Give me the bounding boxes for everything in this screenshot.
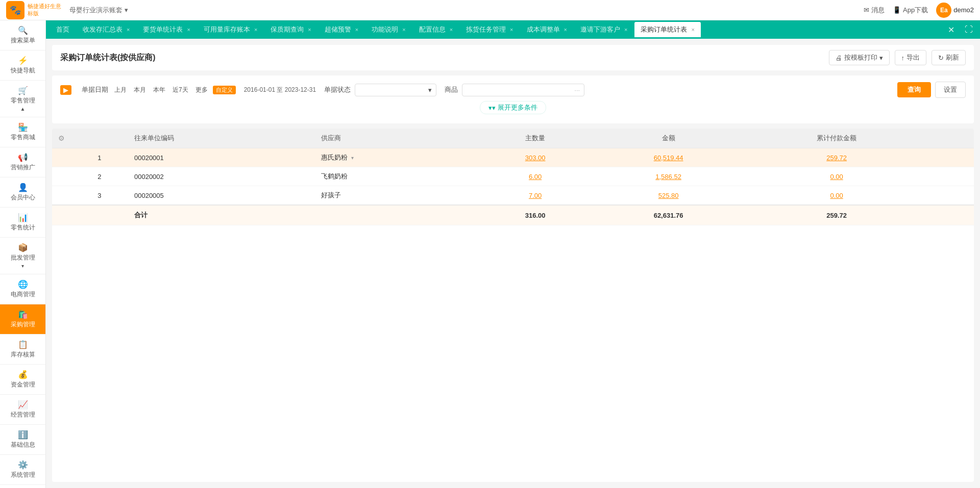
status-filter-item: 单据状态 ▾: [324, 84, 436, 96]
tab-cost-adjust[interactable]: 成本调整单 ×: [521, 22, 573, 37]
table-row[interactable]: 3 00020005 好孩子 7.00 525.80 0.00: [52, 186, 974, 206]
table-row[interactable]: 1 00020001 惠氏奶粉 ▾ 303.00 60,519.44 259.7…: [52, 148, 974, 167]
close-tab-expiry-query[interactable]: ×: [308, 27, 311, 33]
paid-amount-cell[interactable]: 0.00: [743, 186, 930, 206]
tab-function-desc[interactable]: 功能说明 ×: [365, 22, 411, 37]
amount-cell[interactable]: 60,519.44: [594, 148, 743, 167]
data-table: ⚙ 往来单位编码 供应商 主数量 金额 累计付款金额: [52, 129, 974, 225]
user-avatar: Ea: [936, 3, 951, 18]
status-filter-label: 单据状态: [324, 85, 351, 94]
table-row[interactable]: 2 00020002 飞鹤奶粉 6.00 1,586.52 0.00: [52, 167, 974, 186]
refresh-btn[interactable]: ↻ 刷新: [932, 50, 966, 65]
filter-toggle-btn[interactable]: ▶: [60, 85, 71, 95]
sidebar-item-system-mgmt[interactable]: ⚙️ 系统管理: [0, 455, 45, 485]
this-month-btn[interactable]: 本月: [132, 85, 148, 95]
download-icon: 📱: [893, 6, 901, 14]
arrow-down-icon: ▲: [20, 106, 26, 112]
tab-home[interactable]: 首页: [50, 22, 76, 37]
custom-date-badge[interactable]: 自定义: [213, 86, 236, 94]
row-num-cell: 3: [71, 186, 128, 206]
sidebar-item-ecommerce[interactable]: 🌐 电商管理: [0, 274, 45, 304]
sidebar-item-member-center[interactable]: 👤 会员中心: [0, 177, 45, 208]
tab-purchase-order-summary[interactable]: 采购订单统计表 ×: [634, 22, 700, 37]
date-shortcuts: 上月 本月 本年 近7天 更多 自定义: [112, 85, 236, 95]
tab-invite-downstream[interactable]: 邀请下游客户 ×: [574, 22, 633, 37]
tab-config-info[interactable]: 配置信息 ×: [413, 22, 459, 37]
app-download-btn[interactable]: 📱 App下载: [893, 6, 928, 15]
tab-overstock-warning[interactable]: 超储预警 ×: [318, 22, 364, 37]
nav-tab-actions: ✕ ⛶: [945, 24, 976, 36]
paid-amount-cell[interactable]: 259.72: [743, 148, 930, 167]
close-tab-available-inventory[interactable]: ×: [254, 27, 257, 33]
status-select-chevron-icon: ▾: [428, 86, 432, 94]
quantity-cell[interactable]: 6.00: [477, 167, 594, 186]
ecommerce-icon: 🌐: [18, 279, 28, 289]
export-btn[interactable]: ↑ 导出: [895, 50, 927, 65]
sidebar-item-retail-stats[interactable]: 📊 零售统计: [0, 208, 45, 238]
amount-cell[interactable]: 1,586.52: [594, 167, 743, 186]
footer-label-cell: 合计: [128, 205, 477, 225]
sidebar-item-quick-nav[interactable]: ⚡ 快捷导航: [0, 50, 45, 81]
logo-area: 🐾 畅捷通好生意 标版: [6, 1, 61, 19]
sidebar-item-marketing[interactable]: 📢 营销推广: [0, 147, 45, 177]
user-profile-btn[interactable]: Ea demo2: [936, 3, 974, 18]
close-all-tabs-btn[interactable]: ✕: [945, 24, 958, 36]
top-bar: 🐾 畅捷通好生意 标版 母婴行业演示账套 ▾ ✉ 消息 📱 App下载: [0, 0, 980, 20]
message-btn[interactable]: ✉ 消息: [864, 6, 885, 15]
sidebar-item-inventory[interactable]: 📋 库存核算: [0, 335, 45, 365]
close-tab-invite-downstream[interactable]: ×: [624, 27, 627, 33]
extra-cell: [930, 186, 974, 206]
paid-amount-cell[interactable]: 0.00: [743, 167, 930, 186]
workspace-selector[interactable]: 母婴行业演示账套 ▾: [65, 4, 132, 17]
close-tab-function-desc[interactable]: ×: [402, 27, 405, 33]
expand-arrow-icon[interactable]: ▶: [60, 85, 71, 95]
sidebar-item-operations[interactable]: 📈 经营管理: [0, 395, 45, 425]
status-select[interactable]: ▾: [355, 84, 436, 96]
sidebar-item-retail-shop[interactable]: 🏪 零售商城: [0, 117, 45, 147]
close-tab-overstock-warning[interactable]: ×: [355, 27, 358, 33]
close-tab-cost-adjust[interactable]: ×: [564, 27, 567, 33]
sidebar-item-purchase-mgmt[interactable]: 🛍️ 采购管理: [0, 304, 45, 335]
page-content: 采购订单统计表(按供应商) 🖨 按模板打印 ▾ ↑ 导出 ↻: [46, 39, 980, 488]
last-month-btn[interactable]: 上月: [112, 85, 129, 95]
retail-mgmt-icon: 🛒: [18, 86, 28, 95]
date-range-item: 2016-01-01 至 2023-12-31: [244, 86, 316, 94]
quantity-cell[interactable]: 7.00: [477, 186, 594, 206]
sidebar-item-retail-mgmt[interactable]: 🛒 零售管理 ▲: [0, 81, 45, 117]
tab-expiry-query[interactable]: 保质期查询 ×: [264, 22, 317, 37]
col-settings[interactable]: ⚙: [52, 129, 71, 148]
close-tab-purchase-order-summary[interactable]: ×: [691, 27, 694, 33]
close-tab-receive-summary[interactable]: ×: [127, 27, 130, 33]
sidebar-item-wholesale-mgmt[interactable]: 📦 批发管理 ▾: [0, 238, 45, 274]
settings-btn[interactable]: 设置: [935, 82, 966, 98]
close-tab-pick-task[interactable]: ×: [510, 27, 513, 33]
supplier-name-cell: 好孩子: [315, 186, 477, 206]
sidebar-item-search[interactable]: 🔍 搜索菜单: [0, 20, 45, 50]
tab-available-inventory[interactable]: 可用量库存账本 ×: [198, 22, 263, 37]
sidebar-item-finance[interactable]: 💰 资金管理: [0, 365, 45, 395]
print-btn[interactable]: 🖨 按模板打印 ▾: [829, 50, 890, 65]
maximize-btn[interactable]: ⛶: [962, 24, 976, 35]
expand-filters-btn[interactable]: ▾▾ 展开更多条件: [480, 101, 546, 114]
tab-goods-summary[interactable]: 要货单统计表 ×: [137, 22, 196, 37]
amount-cell[interactable]: 525.80: [594, 186, 743, 206]
last-7-days-btn[interactable]: 近7天: [170, 85, 190, 95]
sidebar-item-basic-info[interactable]: ℹ️ 基础信息: [0, 425, 45, 455]
close-tab-goods-summary[interactable]: ×: [187, 27, 190, 33]
supplier-code-cell: 00020002: [128, 167, 315, 186]
marketing-icon: 📢: [18, 152, 28, 162]
column-settings-icon[interactable]: ⚙: [58, 134, 65, 142]
supplier-code-cell: 00020005: [128, 186, 315, 206]
close-tab-config-info[interactable]: ×: [450, 27, 453, 33]
this-year-btn[interactable]: 本年: [151, 85, 167, 95]
quantity-cell[interactable]: 303.00: [477, 148, 594, 167]
supplier-expand-icon[interactable]: ▾: [351, 155, 354, 161]
tab-pick-task[interactable]: 拣货任务管理 ×: [460, 22, 519, 37]
more-dates-btn[interactable]: 更多: [193, 85, 210, 95]
basic-info-icon: ℹ️: [18, 430, 28, 440]
query-btn[interactable]: 查询: [897, 82, 931, 97]
goods-input[interactable]: ···: [462, 84, 584, 96]
sidebar-item-enterprise-coop[interactable]: 🤝 企业协同: [0, 485, 45, 488]
member-center-icon: 👤: [18, 183, 28, 192]
tab-receive-summary[interactable]: 收发存汇总表 ×: [77, 22, 136, 37]
